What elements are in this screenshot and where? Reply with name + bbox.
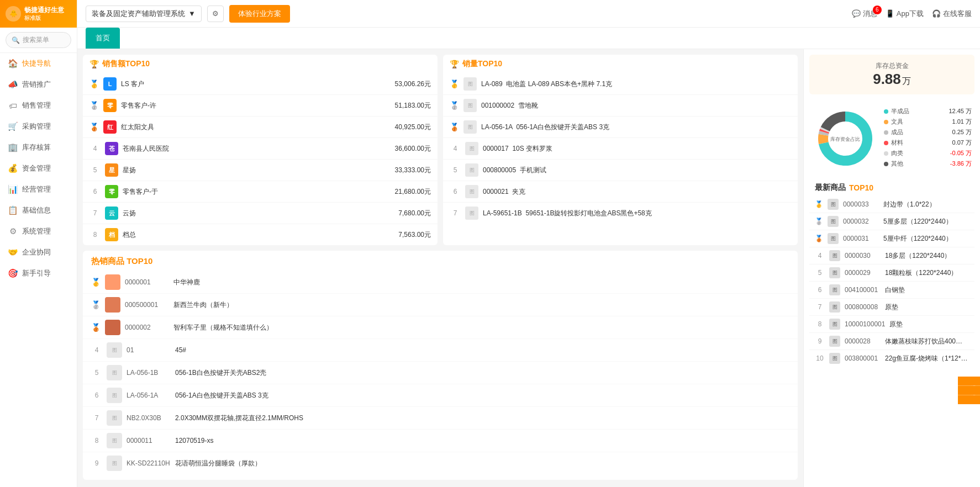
customer-value: 7,680.00元 [398,209,431,218]
float-live-button[interactable]: 直播 [958,395,980,404]
sidebar-item-3[interactable]: 🛒 采购管理 [0,116,77,137]
sidebar-item-9[interactable]: 🤝 企业协同 [0,242,77,263]
product-thumb: 图 [829,284,840,295]
sidebar-item-6[interactable]: 📊 经营管理 [0,179,77,200]
trial-button[interactable]: 体验行业方案 [229,5,290,23]
nav-icon-0: 🏠 [8,59,18,68]
product-code: 0000011 [127,437,171,444]
chevron-down-icon: ▼ [188,9,196,18]
product-name: 5厘中纤（1220*2440） [883,234,969,244]
medal-icon: 🥉 [450,123,459,131]
product-thumb: 图 [107,456,122,471]
rank-number: 9 [91,459,102,467]
product-name: 45# [175,346,789,354]
legend-label: 材料 [891,139,950,147]
latest-product-row: 🥈 图 0000032 5厘多层（1220*2440） [809,213,974,230]
customer-name: 云扬 [123,209,394,218]
message-button[interactable]: 💬 消息 6 [852,9,877,19]
product-code: 01 [127,346,171,354]
logo-version: 标准版 [24,14,64,22]
latest-product-row: 🥇 图 0000033 封边带（1.0*22） [809,196,974,213]
product-code: 003800001 [845,354,881,362]
latest-products-title: 最新商品 [815,183,846,193]
app-download-label: App下载 [897,9,924,19]
rank-number: 5 [815,269,825,277]
product-thumb: 图 [828,233,839,244]
product-thumb: 图 [465,142,478,155]
product-code: 0000033 [843,200,879,208]
nav-label-9: 企业协同 [22,247,51,257]
product-code: 0000001 [125,278,169,286]
inventory-total-label: 库存总资金 [818,61,966,71]
product-code: 0000032 [843,218,879,225]
online-service-button[interactable]: 🎧 在线客服 [932,9,972,19]
latest-products-panel: 最新商品 TOP10 🥇 图 0000033 封边带（1.0*22） 🥈 图 0… [809,177,974,367]
medal-icon: 🥉 [91,323,101,332]
hot-product-row: 5 图 LA-056-1B 056-1B白色按键开关壳ABS2壳 [83,362,798,384]
product-name: 22g鱼豆腐-烧烤味（1*12*20） [885,354,969,363]
product-count-row: 4 图 0000017 10S 变料罗浆 [443,138,798,160]
product-name: LA-056-1A 056-1A白色按键开关盖ABS 3克 [481,123,791,132]
logo-icon: 🐥 [6,6,21,22]
customer-value: 53,006.26元 [395,80,431,89]
trophy2-icon: 🏆 [450,60,459,68]
hot-product-row: 🥉 0000002 智利车子里（规格不知道填什么） [83,316,798,339]
right-panel: 库存总资金 9.88 万 [803,49,980,487]
legend-color [884,151,888,156]
product-name: 中华神鹿 [173,278,789,287]
legend-label: 成品 [891,128,950,136]
rank-number: 6 [450,188,461,195]
rank-number: 7 [89,209,101,217]
customer-avatar: 零 [105,185,118,198]
sidebar-item-2[interactable]: 🏷 销售管理 [0,95,77,116]
rank-number: 5 [91,369,102,377]
settings-button[interactable]: ⚙ [207,6,224,22]
product-name: LA-59651-1B 59651-1B旋转投影灯电池盒ABS黑色+58克 [483,209,791,218]
float-community-button[interactable]: 服务社区 [958,386,980,395]
sidebar-item-10[interactable]: 🎯 新手引导 [0,263,77,284]
sidebar-item-0[interactable]: 🏠 快捷导航 [0,53,77,74]
rank-number: 4 [450,145,461,152]
rank-number: 6 [815,286,825,294]
float-service-button[interactable]: 客服热线 [958,377,980,386]
medal-icon: 🥈 [815,218,823,225]
nav-label-3: 采购管理 [22,121,51,131]
legend-value: 0.07 万 [952,139,972,147]
rank-number: 5 [89,166,101,174]
rank-number: 8 [91,437,102,444]
nav-label-5: 资金管理 [22,163,51,173]
inventory-chart-container: 库存资金占比 半成品 12.45 万 文具 1.01 万 成品 0.25 万 材… [809,100,974,177]
rank-number: 8 [815,320,825,328]
product-count-row: 6 图 0000021 夹克 [443,181,798,203]
nav-label-2: 销售管理 [22,100,51,110]
logo-brand: 畅捷通好生意 [24,6,64,15]
product-code: 0000002 [125,324,169,331]
search-menu-button[interactable]: 🔍 搜索菜单 [6,32,71,48]
sidebar-item-7[interactable]: 📋 基础信息 [0,200,77,221]
sidebar-item-5[interactable]: 💰 资金管理 [0,158,77,179]
hot-product-row: 🥇 0000001 中华神鹿 [83,271,798,294]
sidebar-search-area: 🔍 搜索菜单 [0,28,77,53]
system-name-selector[interactable]: 装备及固定资产辅助管理系统 ▼ [86,6,202,22]
sales-count-row: 🏆 销售额TOP10 🥇 L LS 客户 53,006.26元 🥈 零 零售客户… [83,55,798,245]
legend-item: 半成品 12.45 万 [884,107,972,115]
product-code: 0000030 [845,252,881,260]
product-name: 体嫩蒸枝味苏打饮品400毫升（1*15） [885,337,969,346]
product-code: 10000100001 [845,320,885,328]
product-thumb: 图 [107,410,122,426]
inventory-total-amount: 9.88 万 [818,71,966,88]
tab-home[interactable]: 首页 [86,28,120,49]
nav-icon-6: 📊 [8,184,18,194]
sidebar-item-1[interactable]: 📣 营销推广 [0,74,77,95]
nav-icon-3: 🛒 [8,121,18,131]
product-thumb: 图 [829,250,840,261]
hot-product-row: 7 图 NB2.0X30B 2.0X30MM双摆花轴,摆花直径2.1MM/ROH… [83,407,798,430]
sidebar-item-4[interactable]: 🏢 库存核算 [0,137,77,158]
app-download-button[interactable]: 📱 App下载 [886,9,924,19]
product-name: 18颗粒板（1220*2440） [885,268,969,278]
nav-label-10: 新手引导 [22,268,51,278]
product-count-panel: 🏆 销量TOP10 🥇 图 LA-089 电池盖 LA-089 ABS本色+黑种… [443,55,798,245]
sidebar-item-8[interactable]: ⚙ 系统管理 [0,221,77,242]
nav-icon-5: 💰 [8,163,18,173]
legend-item: 材料 0.07 万 [884,139,972,147]
